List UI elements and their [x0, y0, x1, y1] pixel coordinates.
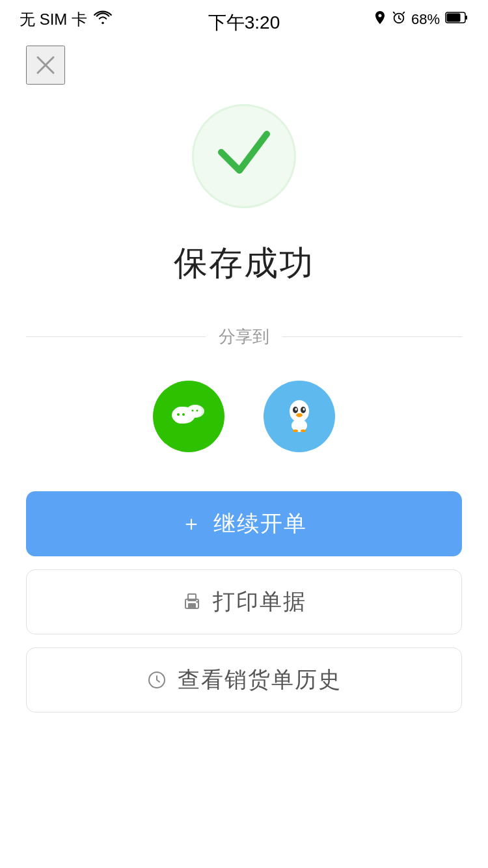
share-divider: 分享到: [26, 325, 462, 348]
plus-icon: ＋: [181, 509, 203, 538]
svg-point-11: [182, 413, 185, 416]
svg-point-18: [295, 408, 297, 411]
wifi-icon: [94, 10, 112, 29]
print-label: 打印单据: [213, 587, 306, 617]
svg-point-9: [189, 405, 202, 418]
svg-point-26: [197, 601, 198, 603]
svg-point-19: [303, 408, 305, 411]
svg-point-22: [301, 429, 306, 432]
share-qq-button[interactable]: [264, 381, 335, 452]
continue-new-button[interactable]: ＋ 继续开单: [26, 491, 462, 556]
status-time: 下午3:20: [208, 10, 280, 35]
svg-rect-24: [188, 603, 196, 608]
action-buttons: ＋ 继续开单 打印单据 查看销货单历史: [26, 491, 462, 712]
status-left: 无 SIM 卡: [20, 9, 112, 30]
svg-point-21: [293, 429, 298, 432]
svg-rect-3: [447, 14, 461, 22]
success-circle: [192, 104, 296, 208]
svg-point-10: [177, 413, 180, 416]
close-button[interactable]: [26, 46, 65, 85]
alarm-icon: [392, 10, 406, 29]
history-button[interactable]: 查看销货单历史: [26, 647, 462, 712]
share-section: 分享到: [26, 325, 462, 452]
history-icon: [146, 670, 167, 690]
share-label: 分享到: [206, 325, 282, 348]
svg-rect-2: [465, 16, 467, 20]
svg-point-12: [192, 410, 194, 412]
svg-point-13: [197, 410, 198, 412]
status-bar: 无 SIM 卡 下午3:20 68%: [0, 0, 488, 39]
printer-icon: [182, 591, 202, 612]
success-title: 保存成功: [174, 241, 314, 286]
main-content: 保存成功 分享到: [0, 39, 488, 712]
share-icons: [26, 381, 462, 452]
print-button[interactable]: 打印单据: [26, 569, 462, 634]
location-icon: [373, 10, 386, 29]
status-right: 68%: [373, 10, 468, 29]
battery-icon: [445, 11, 468, 28]
battery-percentage: 68%: [411, 11, 440, 28]
svg-point-8: [172, 407, 189, 424]
carrier-text: 无 SIM 卡: [20, 9, 87, 30]
check-icon: [215, 126, 273, 187]
svg-point-14: [290, 400, 309, 422]
continue-new-label: 继续开单: [213, 509, 307, 539]
svg-point-20: [296, 413, 303, 417]
share-wechat-button[interactable]: [153, 381, 224, 452]
history-label: 查看销货单历史: [178, 665, 342, 695]
